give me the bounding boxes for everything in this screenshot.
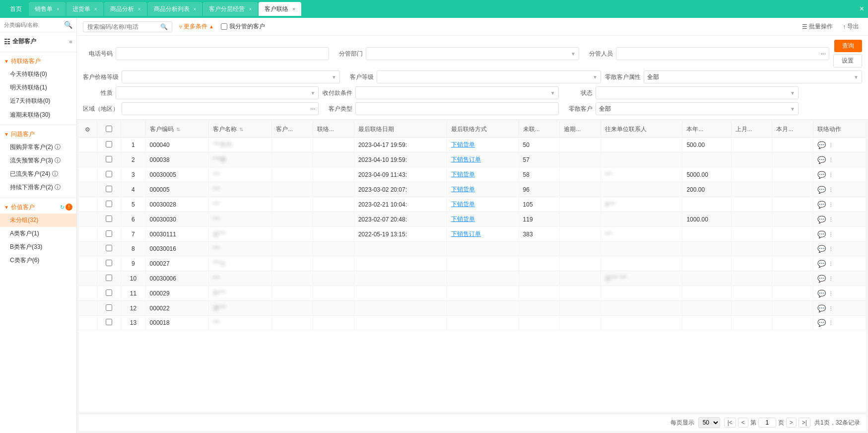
row-checkbox[interactable] (97, 316, 121, 330)
refresh-icon[interactable]: ↻ (60, 204, 65, 211)
row-checkbox[interactable] (97, 152, 121, 167)
row-checkbox[interactable] (97, 138, 121, 152)
sidebar-item-declining[interactable]: 持续下滑客户(2) ⓘ (0, 181, 76, 194)
nav-tab-analysis-list[interactable]: 商品分析列表 × (148, 2, 202, 16)
close-all-tabs[interactable]: × (860, 4, 864, 13)
select-all-checkbox[interactable] (106, 126, 112, 132)
row-last-way[interactable]: 下销货单 (447, 182, 519, 197)
sidebar-item-tomorrow[interactable]: 明天待联络(1) (0, 81, 76, 94)
row-last-way[interactable]: 下销货单 (447, 167, 519, 182)
row-last-way[interactable]: 下销货单 (447, 197, 519, 212)
close-icon[interactable]: × (57, 6, 60, 12)
row-checkbox[interactable] (97, 182, 121, 197)
row-last-way[interactable] (447, 316, 519, 330)
row-last-way[interactable]: 下销货单 (447, 212, 519, 227)
price-grade-select[interactable]: ▼ (122, 71, 340, 83)
sidebar-item-overdue[interactable]: 逾期未联络(30) (0, 108, 76, 122)
code-col[interactable]: 客户编码 ⇅ (145, 122, 208, 138)
chat-icon[interactable]: 💬 (817, 289, 826, 297)
sidebar-item-churned[interactable]: 已流失客户(24) ⓘ (0, 167, 76, 181)
prev-page-btn[interactable]: < (738, 418, 748, 428)
last-contact-way-col[interactable]: 最后联络方式 (447, 122, 519, 138)
sidebar-search-input[interactable] (4, 22, 62, 28)
row-last-way[interactable] (447, 301, 519, 316)
group-label-problem[interactable]: ▼ 问题客户 (0, 128, 76, 141)
chat-icon[interactable]: 💬 (817, 171, 826, 179)
sidebar-item-a-class[interactable]: A类客户(1) (0, 227, 76, 240)
chat-icon[interactable]: 💬 (817, 186, 826, 194)
chat-icon[interactable]: 💬 (817, 245, 826, 253)
row-checkbox[interactable] (97, 212, 121, 227)
next-page-btn[interactable]: > (786, 418, 797, 428)
overdue-col[interactable]: 逾期... (560, 122, 601, 138)
more-icon[interactable]: ⁝ (830, 156, 832, 164)
more-conditions-btn[interactable]: ▿ 更多条件 ▲ (176, 21, 217, 32)
retail-customer-select[interactable]: 全部▼ (596, 102, 799, 115)
more-icon[interactable]: ⁝ (830, 230, 832, 238)
chat-icon[interactable]: 💬 (817, 319, 826, 327)
close-icon[interactable]: × (94, 6, 97, 12)
region-select[interactable]: ··· (122, 102, 319, 115)
staff-select[interactable]: ··· (616, 47, 829, 60)
this-year-col[interactable]: 本年... (682, 122, 731, 138)
chat-icon[interactable]: 💬 (817, 156, 826, 164)
sidebar-item-b-class[interactable]: B类客户(33) (0, 240, 76, 254)
row-checkbox[interactable] (97, 197, 121, 212)
row-last-way[interactable]: 下销货单 (447, 138, 519, 152)
more-icon[interactable]: ⁝ (830, 141, 832, 149)
type-col[interactable]: 客户... (272, 122, 313, 138)
reset-button[interactable]: 设置 (833, 54, 862, 68)
first-page-btn[interactable]: |< (724, 418, 736, 428)
customer-type-select[interactable] (355, 102, 558, 115)
more-icon[interactable]: ⁝ (830, 216, 832, 223)
dept-select[interactable]: ▼ (366, 47, 579, 60)
batch-op-btn[interactable]: ☰ 批量操作 (799, 21, 836, 32)
no-contact-col[interactable]: 未联... (519, 122, 560, 138)
chat-icon[interactable]: 💬 (817, 260, 826, 268)
more-icon[interactable]: ⁝ (830, 186, 832, 194)
chat-icon[interactable]: 💬 (817, 304, 826, 312)
sidebar-item-c-class[interactable]: C类客户(6) (0, 254, 76, 267)
status-select[interactable]: ▼ (596, 86, 799, 99)
sidebar-item-ungroup[interactable]: 未分组(32) (0, 214, 76, 227)
row-checkbox[interactable] (97, 301, 121, 316)
row-checkbox[interactable] (97, 167, 121, 182)
chat-icon[interactable]: 💬 (817, 216, 826, 223)
close-icon[interactable]: × (249, 6, 252, 12)
query-button[interactable]: 查询 (834, 40, 862, 52)
row-checkbox[interactable] (97, 227, 121, 242)
row-last-way[interactable] (447, 271, 519, 286)
company-contact-col[interactable]: 往来单位联系人 (601, 122, 682, 138)
payment-select[interactable]: ▼ (355, 86, 558, 99)
last-month-col[interactable]: 上月... (731, 122, 772, 138)
all-customers-header[interactable]: ☷ 全部客户 « (0, 34, 76, 49)
sidebar-item-today[interactable]: 今天待联络(0) (0, 68, 76, 81)
search-input[interactable] (87, 23, 158, 30)
nav-tab-sales[interactable]: 销售单 × (29, 2, 66, 16)
chat-icon[interactable]: 💬 (817, 141, 826, 149)
last-page-btn[interactable]: >| (799, 418, 810, 428)
last-contact-date-col[interactable]: 最后联络日期 (354, 122, 447, 138)
checkbox-col[interactable] (97, 122, 121, 138)
more-icon[interactable]: ⁝ (830, 289, 832, 297)
row-checkbox[interactable] (97, 256, 121, 271)
nav-home[interactable]: 首页 (4, 2, 28, 16)
nav-tab-purchase[interactable]: 进货单 × (67, 2, 103, 16)
nature-select[interactable]: ▼ (116, 86, 319, 99)
row-checkbox[interactable] (97, 242, 121, 256)
close-icon[interactable]: × (194, 6, 197, 12)
nav-tab-analysis[interactable]: 商品分析 × (104, 2, 147, 16)
phone-input[interactable] (116, 47, 329, 60)
name-col[interactable]: 客户名称 ⇅ (208, 122, 271, 138)
nav-tab-customer-tier[interactable]: 客户分层经营 × (203, 2, 258, 16)
close-icon[interactable]: × (292, 6, 295, 12)
per-page-select[interactable]: 50 (698, 417, 720, 428)
group-label-value[interactable]: ▼ 价值客户 ↻ ! (0, 201, 76, 214)
sidebar-item-7days[interactable]: 近7天待联络(0) (0, 94, 76, 108)
search-icon[interactable]: 🔍 (160, 23, 168, 30)
chat-icon[interactable]: 💬 (817, 230, 826, 238)
row-last-way[interactable] (447, 256, 519, 271)
row-last-way[interactable]: 下销售订单 (447, 227, 519, 242)
page-number-input[interactable]: 1 (758, 418, 776, 428)
settings-col[interactable]: ⚙ (79, 122, 97, 138)
